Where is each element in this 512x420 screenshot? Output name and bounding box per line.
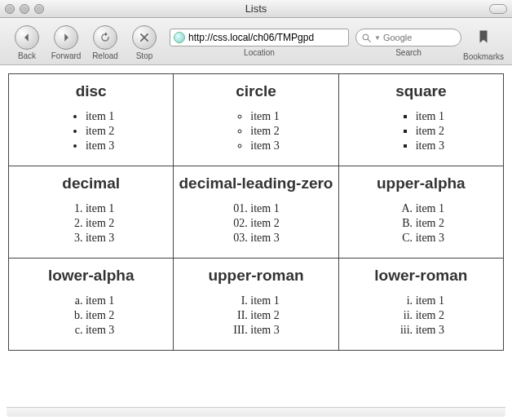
list-item: item 2 [250, 309, 279, 322]
stop-button[interactable]: Stop [126, 25, 163, 60]
back-label: Back [18, 51, 36, 60]
window-controls [5, 4, 44, 14]
cell-upper-roman: upper-roman item 1 item 2 item 3 [174, 259, 338, 351]
list-item: item 2 [416, 217, 444, 230]
arrow-left-icon [15, 25, 39, 50]
cell-heading: upper-alpha [341, 175, 501, 192]
cell-heading: square [341, 82, 501, 100]
list-item: item 1 [250, 110, 279, 123]
forward-label: Forward [51, 51, 82, 60]
status-bar [7, 407, 505, 417]
search-label: Search [395, 48, 422, 57]
globe-icon [174, 32, 185, 43]
list-item: item 1 [250, 294, 279, 307]
toolbar-toggle-icon[interactable] [489, 4, 507, 14]
list-item: item 1 [250, 202, 279, 215]
bookmarks-button[interactable]: Bookmarks [463, 24, 504, 61]
list-item: item 3 [86, 139, 114, 153]
cell-lower-alpha: lower-alpha item 1 item 2 item 3 [9, 259, 174, 351]
list-item: item 3 [250, 139, 279, 153]
window-title: Lists [0, 2, 512, 15]
search-input-wrapper[interactable]: ▼ [355, 29, 461, 46]
stop-label: Stop [136, 51, 153, 60]
cell-circle: circle item 1 item 2 item 3 [174, 74, 338, 166]
forward-button[interactable]: Forward [47, 25, 85, 60]
list-item: item 3 [416, 139, 444, 153]
list-item: item 2 [416, 125, 444, 138]
cell-heading: lower-alpha [11, 267, 171, 285]
location-input-wrapper[interactable] [170, 29, 349, 46]
cell-heading: disc [11, 82, 171, 100]
list-item: item 1 [416, 202, 444, 215]
titlebar: Lists [0, 0, 512, 18]
location-field: Location [170, 29, 349, 57]
cell-disc: disc item 1 item 2 item 3 [9, 74, 174, 166]
minimize-icon[interactable] [20, 4, 29, 14]
cell-upper-alpha: upper-alpha item 1 item 2 item 3 [338, 166, 503, 259]
arrow-right-icon [54, 25, 78, 50]
toolbar: Back Forward Reload Stop Location ▼ Sear… [0, 18, 512, 65]
cell-heading: lower-roman [341, 267, 501, 285]
dropdown-icon: ▼ [374, 34, 381, 42]
cell-square: square item 1 item 2 item 3 [338, 74, 503, 166]
list-item: item 3 [416, 232, 444, 245]
list-item: item 3 [416, 324, 444, 337]
list-item: item 1 [416, 294, 444, 307]
list-item: item 2 [86, 309, 114, 322]
reload-icon [93, 25, 117, 50]
cell-lower-roman: lower-roman item 1 item 2 item 3 [338, 259, 503, 351]
cell-heading: decimal-leading-zero [175, 175, 336, 192]
search-icon [361, 33, 372, 43]
list-item: item 1 [86, 294, 114, 307]
list-item: item 3 [86, 232, 114, 245]
list-item: item 1 [86, 110, 114, 123]
reload-label: Reload [92, 51, 118, 60]
list-item: item 3 [250, 324, 279, 337]
cell-heading: circle [175, 82, 336, 100]
list-item: item 2 [250, 217, 279, 230]
location-input[interactable] [188, 32, 345, 43]
close-icon[interactable] [5, 4, 15, 14]
list-item: item 2 [250, 125, 279, 138]
stop-icon [132, 25, 157, 50]
zoom-icon[interactable] [34, 4, 44, 14]
back-button[interactable]: Back [8, 25, 46, 60]
search-input[interactable] [383, 33, 456, 42]
search-field: ▼ Search [355, 29, 461, 57]
location-label: Location [244, 48, 275, 57]
bookmarks-label: Bookmarks [463, 52, 504, 61]
svg-line-1 [368, 39, 370, 42]
list-item: item 2 [416, 309, 444, 322]
cell-decimal-leading-zero: decimal-leading-zero item 1 item 2 item … [174, 166, 338, 259]
reload-button[interactable]: Reload [86, 25, 124, 60]
cell-heading: decimal [11, 175, 171, 192]
list-grid: disc item 1 item 2 item 3 circle item 1 … [8, 73, 504, 351]
list-item: item 3 [86, 324, 114, 337]
list-item: item 1 [86, 202, 114, 215]
svg-point-0 [363, 34, 369, 40]
list-item: item 1 [416, 110, 444, 123]
cell-heading: upper-roman [175, 267, 336, 285]
list-item: item 2 [86, 125, 114, 138]
page-content: disc item 1 item 2 item 3 circle item 1 … [0, 65, 512, 359]
bookmark-icon [472, 24, 495, 49]
cell-decimal: decimal item 1 item 2 item 3 [9, 166, 174, 259]
list-item: item 3 [250, 232, 279, 245]
list-item: item 2 [86, 217, 114, 230]
